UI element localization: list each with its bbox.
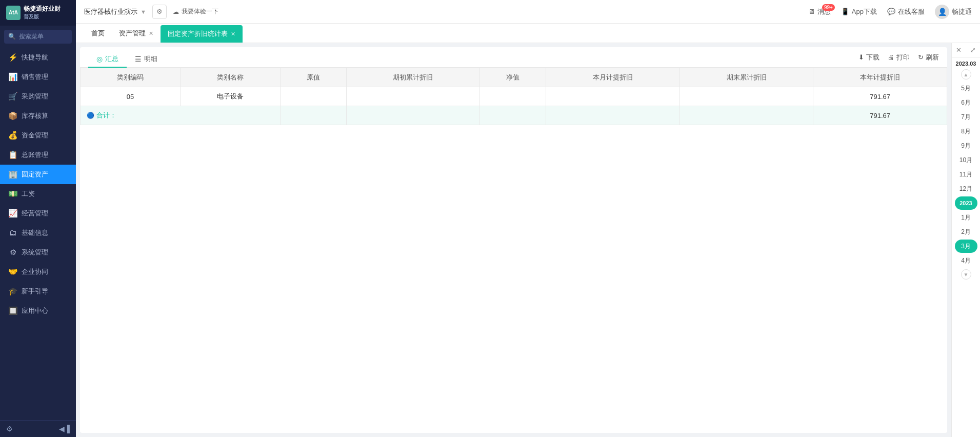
app-name: 畅捷通好业财 [24, 5, 61, 13]
right-date-panel: ✕ ⤢ 2023.03 ▲ 5月 6月 7月 8月 9月 10月 11月 12月… [951, 43, 980, 437]
guide-icon: 🎓 [8, 287, 17, 296]
cell-net-value [480, 87, 546, 106]
company-dropdown-arrow: ▼ [141, 9, 146, 15]
month-3-label: 3月 [961, 242, 971, 251]
topbar-right: 🖥 消息 99+ 📱 App下载 💬 在线客服 👤 畅捷通 [808, 5, 972, 19]
search-menu-button[interactable]: 🔍 搜索菜单 [4, 30, 72, 44]
sidebar-item-enterprise[interactable]: 🤝 企业协同 [0, 262, 76, 282]
sidebar-item-purchase[interactable]: 🛒 采购管理 [0, 87, 76, 106]
download-icon: ⬇ [858, 53, 864, 61]
print-label: 打印 [896, 53, 910, 62]
sidebar-item-label: 库存核算 [22, 111, 48, 121]
purchase-icon: 🛒 [8, 92, 17, 101]
refresh-label: 刷新 [926, 53, 939, 62]
tab-depreciation[interactable]: 固定资产折旧统计表 ✕ [161, 25, 243, 43]
col-annual-depreciation: 本年计提折旧 [813, 68, 947, 87]
sidebar-item-payroll[interactable]: 💵 工资 [0, 184, 76, 204]
asset-mgmt-tab-label: 资产管理 [119, 29, 146, 38]
enterprise-icon: 🤝 [8, 267, 17, 276]
depreciation-table: 类别编码 类别名称 原值 期初累计折旧 净值 本月计提折旧 期末累计折旧 本年计… [80, 68, 947, 125]
tab-home[interactable]: 首页 [84, 25, 112, 43]
close-depreciation-tab-icon[interactable]: ✕ [231, 31, 235, 37]
scroll-down-button[interactable]: ▼ [961, 269, 971, 280]
logo-text-wrap: 畅捷通好业财 普及版 [24, 5, 61, 21]
app-download-button[interactable]: 📱 App下载 [841, 7, 877, 16]
month-5-label: 5月 [961, 84, 971, 93]
month-item-8[interactable]: 8月 [955, 125, 977, 138]
sidebar-item-guide[interactable]: 🎓 新手引导 [0, 282, 76, 301]
sidebar-item-inventory[interactable]: 📦 库存核算 [0, 106, 76, 126]
print-button[interactable]: 🖨 打印 [888, 53, 910, 62]
col-code: 类别编码 [81, 68, 181, 87]
user-profile-button[interactable]: 👤 畅捷通 [935, 5, 972, 19]
cell-beginning-accumulated [346, 87, 480, 106]
system-icon: ⚙ [8, 248, 17, 257]
panel-close-button[interactable]: ✕ [954, 45, 964, 55]
sidebar-item-label: 系统管理 [22, 248, 48, 257]
collapse-sidebar-icon[interactable]: ◀▐ [59, 425, 70, 433]
settings-footer-icon[interactable]: ⚙ [6, 425, 13, 433]
sidebar-item-fixed-assets[interactable]: 🏢 固定资产 [0, 165, 76, 184]
cloud-icon: ☁ [173, 8, 179, 15]
panel-expand-button[interactable]: ⤢ [968, 45, 978, 55]
sidebar: AtA 畅捷通好业财 普及版 🔍 搜索菜单 ⚡ 快捷导航 📊 销售管理 🛒 采购… [0, 0, 76, 437]
download-button[interactable]: ⬇ 下载 [858, 53, 879, 62]
sidebar-item-funds[interactable]: 💰 资金管理 [0, 126, 76, 145]
sidebar-item-quick-nav[interactable]: ⚡ 快捷导航 [0, 48, 76, 67]
subtab-summary[interactable]: ◎ 汇总 [88, 51, 127, 68]
month-item-10[interactable]: 10月 [955, 153, 977, 167]
month-4-label: 4月 [961, 256, 971, 265]
month-item-5[interactable]: 5月 [955, 82, 977, 95]
cell-code: 05 [81, 87, 181, 106]
col-ending-accumulated: 期末累计折旧 [679, 68, 813, 87]
user-name: 畅捷通 [952, 7, 972, 16]
sidebar-item-label: 快捷导航 [22, 53, 48, 62]
month-item-7[interactable]: 7月 [955, 110, 977, 124]
month-2-label: 2月 [961, 228, 971, 236]
year-period-label: 2023.03 [956, 57, 976, 68]
subtab-detail[interactable]: ☰ 明细 [127, 51, 166, 68]
message-button[interactable]: 🖥 消息 99+ [808, 7, 831, 16]
sidebar-item-ledger[interactable]: 📋 总账管理 [0, 145, 76, 165]
fixed-assets-icon: 🏢 [8, 170, 17, 179]
sidebar-item-system[interactable]: ⚙ 系统管理 [0, 243, 76, 262]
month-item-9[interactable]: 9月 [955, 139, 977, 152]
scroll-up-button[interactable]: ▲ [961, 69, 971, 80]
col-name: 类别名称 [180, 68, 280, 87]
close-asset-mgmt-tab-icon[interactable]: ✕ [149, 30, 153, 37]
month-10-label: 10月 [959, 156, 972, 165]
month-1-label: 1月 [961, 213, 971, 222]
month-item-3-current[interactable]: 3月 [955, 240, 977, 253]
sidebar-item-apps[interactable]: 🔲 应用中心 [0, 301, 76, 321]
month-item-12[interactable]: 12月 [955, 182, 977, 195]
operations-icon: 📈 [8, 209, 17, 218]
month-11-label: 11月 [959, 170, 972, 179]
sidebar-item-operations[interactable]: 📈 经营管理 [0, 204, 76, 223]
year-tag-2023[interactable]: 2023 [955, 196, 977, 210]
month-item-6[interactable]: 6月 [955, 96, 977, 109]
month-item-4[interactable]: 4月 [955, 254, 977, 267]
online-service-button[interactable]: 💬 在线客服 [887, 7, 925, 16]
month-item-11[interactable]: 11月 [955, 168, 977, 181]
sidebar-item-basic-info[interactable]: 🗂 基础信息 [0, 223, 76, 243]
col-net-value: 净值 [480, 68, 546, 87]
depreciation-tab-label: 固定资产折旧统计表 [168, 29, 228, 38]
total-label-cell: 🔵 合计： [81, 106, 281, 125]
app-download-icon: 📱 [841, 8, 849, 15]
main-area: 医疗器械行业演示 ▼ ⚙ ☁ 我要体验一下 🖥 消息 99+ 📱 App下载 💬… [76, 0, 980, 437]
topbar: 医疗器械行业演示 ▼ ⚙ ☁ 我要体验一下 🖥 消息 99+ 📱 App下载 💬… [76, 0, 980, 24]
total-original [280, 106, 346, 125]
sidebar-item-sales[interactable]: 📊 销售管理 [0, 67, 76, 87]
experience-button[interactable]: ☁ 我要体验一下 [173, 7, 218, 16]
service-label: 在线客服 [898, 7, 925, 16]
refresh-button[interactable]: ↻ 刷新 [918, 53, 939, 62]
month-item-1[interactable]: 1月 [955, 211, 977, 224]
sidebar-item-label: 资金管理 [22, 131, 48, 140]
company-selector[interactable]: 医疗器械行业演示 ▼ [84, 7, 146, 16]
logo-icon: AtA [6, 6, 21, 20]
app-version: 普及版 [24, 13, 61, 21]
topbar-settings-button[interactable]: ⚙ [152, 5, 167, 19]
tab-asset-mgmt[interactable]: 资产管理 ✕ [112, 25, 161, 43]
month-item-2[interactable]: 2月 [955, 225, 977, 239]
tabbar: 首页 资产管理 ✕ 固定资产折旧统计表 ✕ [76, 24, 980, 43]
